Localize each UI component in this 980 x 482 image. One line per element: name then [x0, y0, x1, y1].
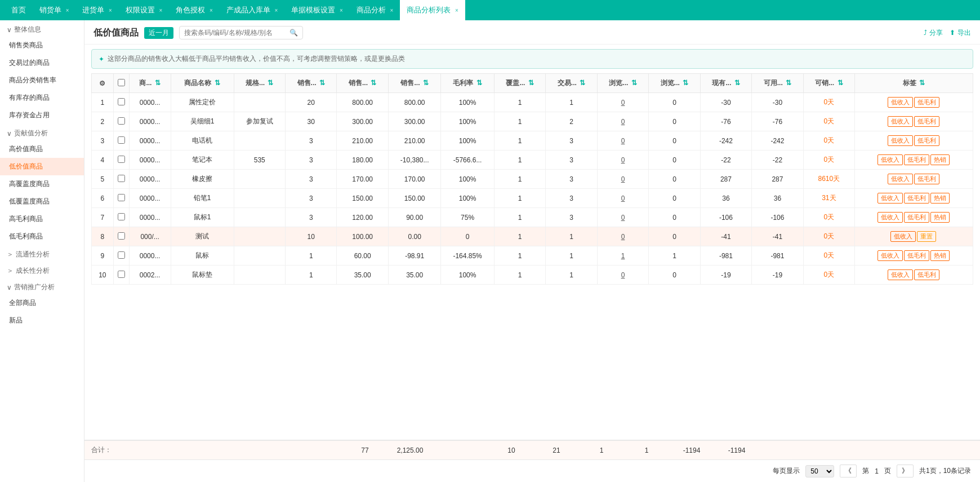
search-icon[interactable]: 🔍 [289, 29, 298, 37]
share-button[interactable]: ⤴ 分享 [924, 28, 943, 38]
nav-template-settings[interactable]: 单据模板设置 × [284, 0, 349, 20]
views-link[interactable]: 0 [621, 214, 625, 222]
sidebar-item-new-products[interactable]: 新品 [0, 312, 84, 329]
row-checkbox[interactable] [118, 213, 125, 220]
sidebar-item-stock-capital[interactable]: 库存资金占用 [0, 107, 84, 124]
chevron-down-icon: ∨ [7, 284, 12, 291]
sidebar-item-sales-products[interactable]: 销售类商品 [0, 37, 84, 54]
nav-home[interactable]: 首页 [5, 0, 33, 20]
col-sales-profit[interactable]: 销售... ⇅ [388, 74, 440, 93]
cell-views1: 0 [597, 189, 648, 208]
views-link[interactable]: 0 [621, 118, 625, 126]
col-sales-qty[interactable]: 销售... ⇅ [286, 74, 337, 93]
nav-role-auth[interactable]: 角色授权 × [169, 0, 219, 20]
row-checkbox[interactable] [118, 251, 125, 259]
col-current-stock[interactable]: 现有... ⇅ [700, 74, 751, 93]
views-link[interactable]: 0 [621, 175, 625, 183]
col-settings[interactable]: ⚙ [92, 74, 114, 93]
cell-trade-count: 1 [546, 227, 597, 246]
col-views1[interactable]: 浏览... ⇅ [597, 74, 648, 93]
tag-label: 低毛利 [914, 135, 939, 146]
cell-current-stock: -30 [700, 93, 751, 112]
row-checkbox[interactable] [118, 194, 125, 201]
time-filter-button[interactable]: 近一月 [144, 27, 173, 39]
cell-code: 0000... [129, 189, 171, 208]
nav-product-storage[interactable]: 产成品入库单 × [220, 0, 284, 20]
cell-gross-margin: 0 [441, 227, 494, 246]
row-checkbox[interactable] [118, 232, 125, 240]
col-spec[interactable]: 规格... ⇅ [234, 74, 285, 93]
per-page-select[interactable]: 50 100 200 [805, 465, 834, 477]
cell-name: 电话机 [171, 131, 234, 151]
views-link[interactable]: 0 [621, 233, 625, 241]
views-link[interactable]: 0 [621, 194, 625, 202]
sidebar-group-overview[interactable]: ∨ 整体信息 [0, 20, 84, 37]
cell-gross-margin: 100% [441, 93, 494, 112]
row-checkbox[interactable] [118, 98, 125, 105]
row-checkbox[interactable] [118, 136, 125, 144]
col-views2[interactable]: 浏览... ⇅ [649, 74, 700, 93]
data-table: ⚙ 商... ⇅ 商品名称 ⇅ 规格... ⇅ 销售... ⇅ 销售... ⇅ … [91, 73, 973, 285]
sidebar-item-traded-products[interactable]: 交易过的商品 [0, 54, 84, 72]
col-name[interactable]: 商品名称 ⇅ [171, 74, 234, 93]
views-link[interactable]: 1 [621, 252, 625, 260]
row-checkbox[interactable] [118, 271, 125, 278]
next-page-button[interactable]: 》 [897, 465, 914, 477]
col-trade-count[interactable]: 交易... ⇅ [546, 74, 597, 93]
col-coverage[interactable]: 覆盖... ⇅ [494, 74, 545, 93]
cell-no: 10 [92, 266, 114, 285]
nav-product-analysis[interactable]: 商品分析 × [350, 0, 400, 20]
tag-label: 低收入 [877, 193, 903, 204]
sidebar-group-growth[interactable]: ＞ 成长性分析 [0, 262, 84, 278]
cell-gross-margin: 100% [441, 266, 494, 285]
col-code[interactable]: 商... ⇅ [129, 74, 171, 93]
nav-permission[interactable]: 权限设置 × [119, 0, 169, 20]
sidebar-group-contribution[interactable]: ∨ 贡献值分析 [0, 124, 84, 140]
col-tags[interactable]: 标签 ⇅ [855, 74, 973, 93]
views-link[interactable]: 0 [621, 156, 625, 164]
sidebar-item-all-products[interactable]: 全部商品 [0, 294, 84, 312]
nav-product-analysis-list[interactable]: 商品分析列表 × [400, 0, 465, 20]
col-available-stock[interactable]: 可用... ⇅ [752, 74, 803, 93]
col-sellable[interactable]: 可销... ⇅ [803, 74, 854, 93]
cell-checkbox [113, 266, 129, 285]
row-checkbox[interactable] [118, 156, 125, 163]
sidebar-item-high-value[interactable]: 高价值商品 [0, 140, 84, 158]
sidebar-group-marketing[interactable]: ∨ 营销推广分析 [0, 278, 84, 294]
page-label-end: 页 [884, 466, 891, 476]
prev-page-button[interactable]: 《 [840, 465, 857, 477]
cell-tags: 低收入低毛利 [855, 266, 973, 285]
sidebar-item-low-margin[interactable]: 低毛利商品 [0, 228, 84, 245]
cell-name: 属性定价 [171, 93, 234, 112]
sidebar-item-stocked-products[interactable]: 有库存的商品 [0, 89, 84, 107]
col-checkbox [113, 74, 129, 93]
search-input[interactable] [184, 29, 289, 37]
sidebar-item-high-coverage[interactable]: 高覆盖度商品 [0, 175, 84, 193]
cell-coverage: 1 [494, 131, 545, 151]
views-link[interactable]: 0 [621, 99, 625, 107]
sidebar-item-low-value[interactable]: 低价值商品 [0, 158, 84, 175]
cell-gross-margin: 100% [441, 189, 494, 208]
views-link[interactable]: 0 [621, 137, 625, 145]
cell-trade-count: 1 [546, 246, 597, 266]
cell-gross-margin: 100% [441, 131, 494, 151]
cell-views2: 0 [649, 189, 700, 208]
pagination: 每页显示 50 100 200 《 第 1 页 》 共1页，10条记录 [84, 459, 980, 482]
sidebar-item-low-coverage[interactable]: 低覆盖度商品 [0, 193, 84, 210]
table-row: 3 0000... 电话机 3 210.00 210.00 100% 1 3 0… [92, 131, 973, 151]
row-checkbox[interactable] [118, 117, 125, 125]
cell-available-stock: -22 [752, 151, 803, 170]
col-sales-amount[interactable]: 销售... ⇅ [337, 74, 388, 93]
sidebar-group-circulation[interactable]: ＞ 流通性分析 [0, 245, 84, 262]
sidebar-item-category-sales-rate[interactable]: 商品分类销售率 [0, 72, 84, 89]
row-checkbox[interactable] [118, 175, 125, 182]
select-all-checkbox[interactable] [118, 79, 125, 86]
sidebar-item-high-margin[interactable]: 高毛利商品 [0, 210, 84, 228]
export-button[interactable]: ⬆ 导出 [950, 28, 971, 38]
col-gross-margin[interactable]: 毛利率 ⇅ [441, 74, 494, 93]
nav-purchase-order[interactable]: 进货单 × [75, 0, 118, 20]
cell-spec [234, 208, 285, 227]
views-link[interactable]: 0 [621, 271, 625, 279]
nav-sales-order[interactable]: 销货单 × [33, 0, 75, 20]
cell-sellable: 0天 [803, 151, 854, 170]
